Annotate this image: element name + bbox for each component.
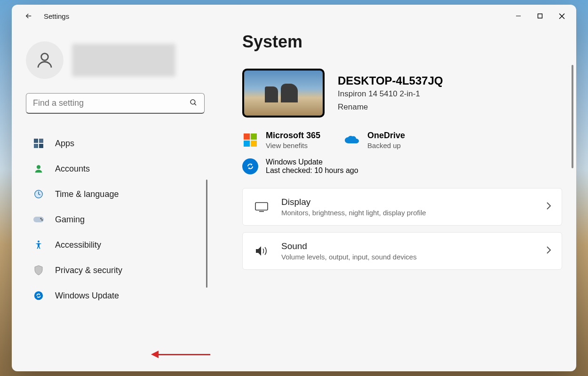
sidebar-item-label: Apps — [55, 139, 74, 149]
close-button[interactable] — [551, 7, 572, 25]
content-pane: System DESKTOP-4L537JQ Inspiron 14 5410 … — [219, 27, 576, 371]
search-icon — [189, 98, 198, 109]
microsoft-logo-icon — [242, 132, 258, 148]
rename-link[interactable]: Rename — [338, 102, 443, 112]
search-input[interactable] — [33, 98, 189, 108]
status-subtitle: Backed up — [367, 141, 405, 149]
desktop-thumbnail[interactable] — [242, 69, 325, 118]
titlebar: Settings — [12, 5, 576, 27]
svg-rect-1 — [538, 14, 542, 18]
sidebar: Apps Accounts Time & language — [12, 27, 219, 371]
microsoft-365-tile[interactable]: Microsoft 365 View benefits — [242, 131, 320, 149]
sidebar-item-label: Gaming — [55, 215, 85, 225]
svg-point-5 — [191, 100, 195, 104]
svg-point-11 — [41, 219, 43, 220]
windows-update-tile[interactable]: Windows Update Last checked: 10 hours ag… — [242, 158, 562, 175]
annotation-arrow — [151, 351, 210, 358]
update-icon — [242, 158, 258, 174]
sidebar-item-label: Windows Update — [55, 291, 119, 301]
display-settings-card[interactable]: Display Monitors, brightness, night ligh… — [242, 188, 562, 226]
clock-globe-icon — [32, 189, 45, 199]
maximize-button[interactable] — [529, 7, 551, 25]
sidebar-item-gaming[interactable]: Gaming — [26, 209, 205, 230]
accounts-icon — [32, 164, 45, 174]
app-title: Settings — [44, 12, 69, 20]
svg-point-7 — [37, 165, 40, 169]
svg-rect-14 — [255, 203, 268, 210]
sidebar-item-label: Accounts — [55, 164, 90, 174]
profile-section[interactable] — [26, 41, 205, 79]
sidebar-item-time-language[interactable]: Time & language — [26, 183, 205, 205]
page-title: System — [242, 32, 562, 52]
onedrive-icon — [344, 132, 360, 148]
chevron-right-icon — [546, 246, 551, 256]
avatar — [26, 41, 64, 79]
display-icon — [253, 202, 270, 212]
sound-settings-card[interactable]: Sound Volume levels, output, input, soun… — [242, 232, 562, 270]
nav-list: Apps Accounts Time & language — [26, 133, 205, 306]
gaming-icon — [32, 216, 45, 223]
device-model: Inspiron 14 5410 2-in-1 — [338, 89, 443, 99]
accessibility-icon — [32, 240, 45, 250]
content-scrollbar[interactable] — [572, 65, 573, 168]
device-summary: DESKTOP-4L537JQ Inspiron 14 5410 2-in-1 … — [242, 69, 562, 118]
svg-point-4 — [41, 54, 48, 61]
svg-line-6 — [194, 103, 196, 105]
sound-icon — [253, 245, 270, 257]
sidebar-item-label: Privacy & security — [55, 266, 122, 275]
chevron-right-icon — [546, 202, 551, 212]
search-box[interactable] — [26, 93, 205, 114]
status-title: Windows Update — [266, 158, 358, 166]
sidebar-item-accounts[interactable]: Accounts — [26, 158, 205, 180]
status-title: Microsoft 365 — [266, 131, 320, 141]
sidebar-item-label: Accessibility — [55, 240, 101, 250]
sidebar-item-privacy-security[interactable]: Privacy & security — [26, 259, 205, 281]
apps-icon — [32, 139, 45, 148]
sidebar-scrollbar[interactable] — [206, 180, 207, 288]
minimize-button[interactable] — [508, 7, 529, 25]
shield-icon — [32, 265, 45, 275]
sidebar-item-accessibility[interactable]: Accessibility — [26, 234, 205, 256]
svg-point-12 — [38, 241, 40, 243]
device-name: DESKTOP-4L537JQ — [338, 74, 443, 87]
back-button[interactable] — [20, 8, 37, 24]
card-title: Display — [281, 197, 426, 207]
window-controls — [508, 7, 572, 25]
status-subtitle: Last checked: 10 hours ago — [266, 166, 358, 175]
sidebar-item-apps[interactable]: Apps — [26, 133, 205, 154]
status-title: OneDrive — [367, 131, 405, 141]
profile-name-redacted — [72, 44, 175, 77]
onedrive-tile[interactable]: OneDrive Backed up — [344, 131, 405, 149]
card-title: Sound — [281, 241, 417, 251]
svg-point-10 — [40, 218, 41, 219]
sidebar-item-windows-update[interactable]: Windows Update — [26, 285, 205, 306]
settings-window: Settings — [12, 5, 576, 371]
sidebar-item-label: Time & language — [55, 189, 119, 199]
update-icon — [32, 290, 45, 301]
card-subtitle: Monitors, brightness, night light, displ… — [281, 209, 426, 217]
status-subtitle: View benefits — [266, 141, 320, 149]
svg-point-13 — [34, 291, 43, 300]
card-subtitle: Volume levels, output, input, sound devi… — [281, 253, 417, 261]
